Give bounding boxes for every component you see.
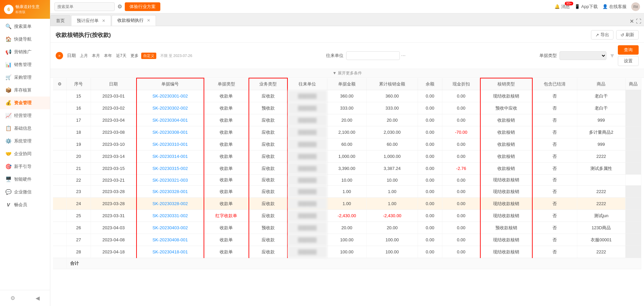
sidebar-item-marketing[interactable]: 📢 营销推广 (0, 46, 50, 58)
cell-9: 0.00 (418, 138, 442, 150)
doc-no-link[interactable]: SK-20230321-003 (152, 178, 188, 183)
filter-dots-icon[interactable]: ··· (401, 53, 406, 59)
tab-close-window-icon[interactable]: ✕ (630, 18, 634, 24)
cell-7: 60.00 (327, 138, 366, 150)
table-row[interactable]: 252023-03-31SK-20230331-002红字收款单应收款█████… (53, 210, 641, 222)
doc-no-link[interactable]: SK-20230408-001 (152, 237, 188, 242)
sidebar-item-hardware[interactable]: 🖥️ 智能硬件 (0, 173, 50, 186)
table-row[interactable]: 152023-03-01SK-20230301-002收款单应收款██████3… (53, 90, 641, 102)
cell-8: 3,387.24 (367, 163, 418, 175)
doc-no-link[interactable]: SK-20230308-001 (152, 130, 188, 135)
table-row[interactable]: 212023-03-15SK-20230315-002收款单应收款██████3… (53, 163, 641, 175)
doc-no-link[interactable]: SK-20230315-002 (152, 166, 188, 171)
table-row[interactable]: 172023-03-04SK-20230304-001收款单应收款██████2… (53, 114, 641, 126)
doc-no-link[interactable]: SK-20230331-002 (152, 213, 188, 218)
table-row[interactable]: 192023-03-10SK-20230310-001收款单应收款██████6… (53, 138, 641, 150)
sidebar-item-system[interactable]: ⚙️ 系统管理 (0, 135, 50, 147)
cell-3[interactable]: SK-20230408-001 (137, 234, 204, 246)
sidebar-item-sales[interactable]: 📊 销售管理 (0, 58, 50, 71)
table-row[interactable]: 282023-04-18SK-20230418-001收款单应收款██████1… (53, 246, 641, 258)
industry-solution-button[interactable]: 体验行业方案 (125, 2, 160, 11)
sidebar-item-quicknav[interactable]: 🏠 快捷导航 (0, 33, 50, 46)
cell-3[interactable]: SK-20230310-001 (137, 138, 204, 150)
tab-receipt-cancel[interactable]: 收款核销执行 ✕ (112, 15, 156, 26)
tab-maximize-icon[interactable]: ⛶ (636, 18, 641, 24)
notification-area[interactable]: 🔔 消息 99+ (554, 4, 570, 10)
cell-3[interactable]: SK-20230418-001 (137, 246, 204, 258)
tab-receipt-cancel-close-icon[interactable]: ✕ (147, 18, 150, 23)
cell-3[interactable]: SK-20230315-002 (137, 163, 204, 175)
doc-no-link[interactable]: SK-20230328-001 (152, 189, 188, 194)
doc-no-link[interactable]: SK-20230301-002 (152, 94, 188, 99)
avatar[interactable]: Rit (631, 2, 640, 11)
table-row[interactable]: 202023-03-14SK-20230314-001收款单应收款██████1… (53, 150, 641, 163)
online-service-area[interactable]: 👤 在线客服 (602, 4, 627, 10)
sidebar-item-label: 资金管理 (14, 100, 32, 106)
topbar-search-input[interactable] (54, 2, 115, 11)
app-download-area[interactable]: 📱 App下载 (575, 4, 598, 10)
col-settings[interactable]: ⚙ (53, 78, 66, 90)
doc-no-link[interactable]: SK-20230302-002 (152, 106, 188, 111)
table-row[interactable]: 242023-03-28SK-20230328-002收款单应收款██████1… (53, 198, 641, 210)
topbar: ⚙ 体验行业方案 🔔 消息 99+ 📱 App下载 👤 在线客服 Rit (50, 0, 644, 13)
counter-party-input[interactable] (346, 51, 400, 60)
sidebar-collapse-btn[interactable]: ◀ (34, 293, 42, 303)
voucher-type-select[interactable] (559, 51, 606, 60)
tab-payable-close-icon[interactable]: ✕ (102, 18, 105, 23)
sidebar-item-guide[interactable]: 🎯 新手引导 (0, 160, 50, 173)
cell-3[interactable]: SK-20230328-001 (137, 186, 204, 198)
cell-11: 收款核销 (480, 150, 532, 163)
doc-no-link[interactable]: SK-20230328-002 (152, 201, 188, 206)
refresh-button[interactable]: ↺ 刷新 (616, 30, 639, 40)
sidebar-settings-btn[interactable]: ⚙ (8, 293, 17, 303)
date-opt-more[interactable]: 更多 (129, 52, 140, 59)
cell-3[interactable]: SK-20230301-002 (137, 90, 204, 102)
cell-3[interactable]: SK-20230314-001 (137, 150, 204, 163)
cell-12: 否 (532, 126, 577, 138)
date-opt-custom[interactable]: 自定义 (141, 53, 156, 59)
table-row[interactable]: 272023-04-08SK-20230408-001收款单应收款██████1… (53, 234, 641, 246)
table-row[interactable]: 182023-03-08SK-20230308-001收款单应收款██████2… (53, 126, 641, 138)
doc-no-link[interactable]: SK-20230304-001 (152, 118, 188, 123)
doc-no-link[interactable]: SK-20230418-001 (152, 249, 188, 254)
date-opt-this-year[interactable]: 本年 (103, 52, 113, 59)
sidebar-item-inventory[interactable]: 📦 库存核算 (0, 84, 50, 97)
cell-12: 否 (532, 163, 577, 175)
doc-no-link[interactable]: SK-20230403-002 (152, 225, 188, 230)
sidebar-item-operation[interactable]: 📈 经营管理 (0, 109, 50, 122)
date-opt-this-month[interactable]: 本月 (91, 52, 101, 59)
setting-button[interactable]: 设置 (618, 56, 639, 66)
date-opt-last-month[interactable]: 上月 (78, 52, 89, 59)
cell-3[interactable]: SK-20230328-002 (137, 198, 204, 210)
footer-empty (53, 258, 66, 269)
query-button[interactable]: 查询 (618, 45, 639, 55)
sidebar-item-enterprise[interactable]: 🤝 企业协同 (0, 147, 50, 160)
filter-toggle-button[interactable]: » (56, 52, 63, 59)
tab-payable[interactable]: 预计应付单 ✕ (71, 15, 111, 26)
cell-3[interactable]: SK-20230304-001 (137, 114, 204, 126)
cell-3[interactable]: SK-20230321-003 (137, 175, 204, 186)
cell-13: 测试多属性 (577, 163, 625, 175)
export-button[interactable]: ↗ 导出 (591, 30, 613, 40)
cell-3[interactable]: SK-20230403-002 (137, 222, 204, 234)
table-row[interactable]: 262023-04-03SK-20230403-002收款单预收款██████2… (53, 222, 641, 234)
sidebar-item-search[interactable]: 🔍 搜索菜单 (0, 20, 50, 33)
cell-6: ██████ (287, 186, 327, 198)
doc-no-link[interactable]: SK-20230310-001 (152, 142, 188, 147)
table-row[interactable]: 162023-03-02SK-20230302-002收款单预收款██████3… (53, 102, 641, 114)
topbar-gear-icon[interactable]: ⚙ (117, 3, 122, 10)
cell-3[interactable]: SK-20230302-002 (137, 102, 204, 114)
cell-3[interactable]: SK-20230331-002 (137, 210, 204, 222)
doc-no-link[interactable]: SK-20230314-001 (152, 154, 188, 159)
tab-home[interactable]: 首页 (50, 15, 70, 26)
table-row[interactable]: 232023-03-28SK-20230328-001收款单应收款██████1… (53, 186, 641, 198)
sidebar-item-purchase[interactable]: 🛒 采购管理 (0, 71, 50, 84)
cell-3[interactable]: SK-20230308-001 (137, 126, 204, 138)
sidebar-item-member[interactable]: V 畅会员 (0, 198, 50, 211)
expand-bar[interactable]: ▼ 展开更多条件 (50, 69, 644, 78)
sidebar-item-wecom[interactable]: 💬 企业微信 (0, 186, 50, 198)
sidebar-item-finance[interactable]: 💰 资金管理 (0, 97, 50, 109)
sidebar-item-basic[interactable]: 📋 基础信息 (0, 122, 50, 135)
table-row[interactable]: 222023-03-21SK-20230321-003收款单应收款██████1… (53, 175, 641, 186)
date-opt-7days[interactable]: 近7天 (115, 52, 128, 59)
